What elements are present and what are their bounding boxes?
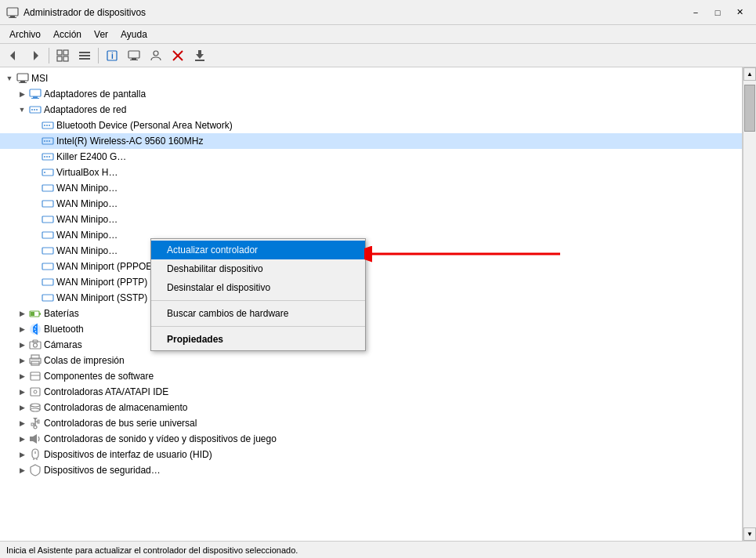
tree-item-wan1[interactable]: ▶ WAN Minipo… — [0, 180, 742, 196]
software-label: Componentes de software — [44, 371, 154, 382]
security-icon — [28, 464, 42, 476]
tree-item-bluetooth[interactable]: ▶ Bluetooth — [0, 321, 742, 337]
storage-icon — [28, 401, 42, 414]
wan3-label: WAN Minipo… — [56, 214, 118, 225]
wan2-label: WAN Minipo… — [56, 198, 118, 209]
vertical-scrollbar[interactable]: ▲ ▼ — [743, 67, 756, 541]
tree-item-wan-pppoe[interactable]: ▶ WAN Miniport (PPPOE) — [0, 259, 742, 274]
info-button[interactable]: i — [102, 46, 122, 65]
title-bar: Administrador de dispositivos − □ ✕ — [0, 0, 756, 25]
scroll-thumb[interactable] — [744, 85, 755, 132]
wan1-icon — [41, 182, 55, 194]
wan-pppoe-icon — [41, 260, 55, 273]
toggle-usb[interactable]: ▶ — [16, 417, 28, 429]
svg-point-60 — [34, 343, 38, 347]
scroll-up-arrow[interactable]: ▲ — [743, 67, 756, 81]
toggle-print-queues[interactable]: ▶ — [16, 354, 28, 367]
svg-rect-21 — [198, 50, 201, 55]
tree-item-sound[interactable]: ▶ Controladoras de sonido y vídeo y disp… — [0, 431, 742, 447]
ctx-update-driver[interactable]: Actualizar controlador — [151, 241, 365, 259]
tree-item-print-queues[interactable]: ▶ Colas de impresión — [0, 353, 742, 368]
scroll-down-arrow[interactable]: ▼ — [743, 527, 756, 541]
tree-item-cameras[interactable]: ▶ Cámaras — [0, 337, 742, 353]
menu-archivo[interactable]: Archivo — [3, 27, 47, 42]
ata-icon — [28, 386, 42, 398]
tree-item-storage[interactable]: ▶ Controladoras de almacenamiento — [0, 400, 742, 415]
wan1-label: WAN Minipo… — [56, 183, 118, 194]
batteries-label: Baterías — [44, 308, 79, 319]
svg-rect-27 — [33, 96, 38, 98]
svg-rect-8 — [63, 56, 68, 61]
ctx-properties[interactable]: Propiedades — [151, 330, 365, 349]
display-button[interactable] — [124, 46, 144, 65]
wan-sstp-icon — [41, 292, 55, 304]
forward-button[interactable] — [25, 46, 45, 65]
toggle-hid[interactable]: ▶ — [16, 448, 28, 461]
delete-button[interactable] — [168, 46, 188, 65]
device-tree[interactable]: ▼ MSI ▶ Adaptadores de pantal — [0, 67, 743, 541]
svg-rect-67 — [31, 388, 40, 396]
title-bar-title: Administrador de dispositivos — [24, 7, 146, 18]
tree-item-wan-pptp[interactable]: ▶ WAN Miniport (PPTP) — [0, 274, 742, 290]
tree-item-network-adapters[interactable]: ▼ Adaptadores de red — [0, 102, 742, 118]
tree-item-wan4[interactable]: ▶ WAN Minipo… — [0, 227, 742, 243]
bluetooth-icon — [28, 323, 42, 335]
toggle-software[interactable]: ▶ — [16, 370, 28, 382]
tree-item-hid[interactable]: ▶ Dispositivos de interfaz de usuario (H… — [0, 447, 742, 462]
status-bar: Inicia el Asistente para actualizar el c… — [0, 541, 756, 558]
svg-text:i: i — [111, 52, 114, 60]
tree-item-wan-sstp[interactable]: ▶ WAN Miniport (SSTP) — [0, 290, 742, 306]
tree-item-software[interactable]: ▶ Componentes de software — [0, 368, 742, 384]
tree-item-wan5[interactable]: ▶ WAN Minipo… — [0, 243, 742, 259]
ctx-scan-hardware[interactable]: Buscar cambios de hardware — [151, 304, 365, 323]
tree-item-wan2[interactable]: ▶ WAN Minipo… — [0, 196, 742, 212]
hid-label: Dispositivos de interfaz de usuario (HID… — [44, 449, 212, 460]
tree-item-security[interactable]: ▶ Dispositivos de seguridad… — [0, 462, 742, 478]
storage-label: Controladoras de almacenamiento — [44, 402, 187, 413]
view-grid-button[interactable] — [52, 46, 73, 65]
tree-root-msi[interactable]: ▼ MSI — [0, 71, 742, 86]
svg-rect-29 — [30, 107, 41, 113]
tree-item-bt-device[interactable]: ▶ Bluetooth Device (Personal Area Networ… — [0, 118, 742, 133]
tree-item-killer[interactable]: ▶ Killer E2400 G… — [0, 149, 742, 165]
tree-item-ata[interactable]: ▶ Controladoras ATA/ATAPI IDE — [0, 384, 742, 400]
toggle-msi[interactable]: ▼ — [3, 72, 16, 85]
toggle-display-adapters[interactable]: ▶ — [16, 88, 28, 100]
bt-device-label: Bluetooth Device (Personal Area Network) — [56, 120, 233, 131]
minimize-button[interactable]: − — [685, 4, 706, 21]
svg-rect-14 — [128, 51, 139, 58]
wan4-label: WAN Minipo… — [56, 230, 118, 241]
svg-rect-2 — [9, 17, 16, 18]
svg-rect-24 — [20, 81, 25, 82]
tree-item-batteries[interactable]: ▶ Baterías — [0, 306, 742, 321]
menu-ayuda[interactable]: Ayuda — [114, 27, 154, 42]
toggle-security[interactable]: ▶ — [16, 464, 28, 476]
menu-ver[interactable]: Ver — [88, 27, 114, 42]
toggle-storage[interactable]: ▶ — [16, 401, 28, 414]
menu-accion[interactable]: Acción — [47, 27, 88, 42]
ctx-disable-device[interactable]: Deshabilitar dispositivo — [151, 259, 365, 278]
svg-rect-1 — [10, 16, 15, 17]
tree-item-virtualbox[interactable]: ▶ VirtualBox H… — [0, 165, 742, 180]
toggle-bluetooth[interactable]: ▶ — [16, 323, 28, 335]
tree-item-wan3[interactable]: ▶ WAN Minipo… — [0, 212, 742, 227]
tree-item-usb[interactable]: ▶ Controladoras de bus serie universal — [0, 415, 742, 431]
toggle-sound[interactable]: ▶ — [16, 433, 28, 445]
toggle-network-adapters[interactable]: ▼ — [16, 103, 28, 116]
toggle-cameras[interactable]: ▶ — [16, 339, 28, 351]
close-button[interactable]: ✕ — [729, 4, 750, 21]
tree-item-display-adapters[interactable]: ▶ Adaptadores de pantalla — [0, 86, 742, 102]
scroll-track[interactable] — [743, 81, 756, 527]
toggle-batteries[interactable]: ▶ — [16, 307, 28, 320]
user-button[interactable] — [146, 46, 166, 65]
svg-point-17 — [154, 51, 158, 56]
view-list-button[interactable] — [74, 46, 95, 65]
toggle-ata[interactable]: ▶ — [16, 386, 28, 398]
tree-item-intel-wireless[interactable]: ▶ Intel(R) Wireless-AC 9560 160MHz — [0, 133, 742, 149]
download-button[interactable] — [190, 46, 210, 65]
ctx-uninstall-device[interactable]: Desinstalar el dispositivo — [151, 278, 365, 297]
back-button[interactable] — [3, 46, 24, 65]
restore-button[interactable]: □ — [707, 4, 728, 21]
network-adapters-label: Adaptadores de red — [44, 104, 126, 115]
toolbar-separator-1 — [49, 48, 49, 63]
